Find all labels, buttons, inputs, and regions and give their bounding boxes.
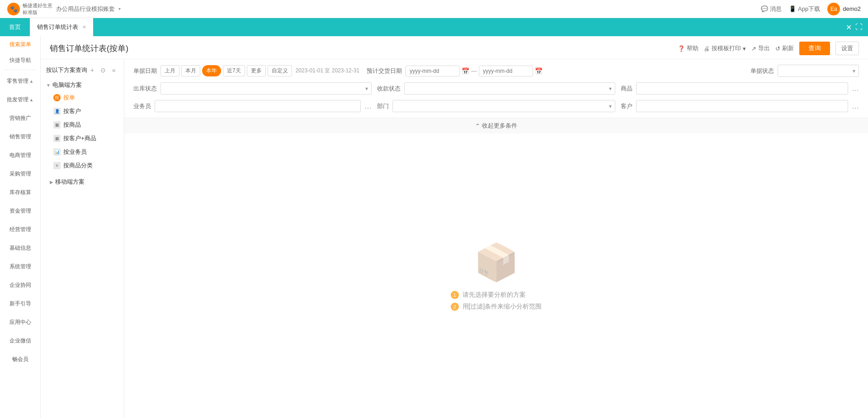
doc-status-label: 单据状态 [750,67,774,75]
product-input[interactable] [636,82,848,95]
sidebar-item-member[interactable]: 畅会员 [0,350,40,369]
curr-month-btn[interactable]: 本月 [181,65,200,76]
refresh-button[interactable]: ↺ 刷新 [775,44,794,52]
scheme-item-by-salesperson[interactable]: 📊 按业务员 [41,145,124,159]
top-bar: 🐾 畅捷通好生意 标准版 办公用品行业模拟账套 ▾ 💬 消息 📱 App下载 E… [0,0,868,18]
scheme-item-by-product[interactable]: ▦ 按商品 [41,118,124,132]
sidebar-item-wholesale[interactable]: 批发管理 ▲ [0,90,40,109]
filter-salesperson: 业务员 … [133,100,372,112]
tab-active[interactable]: 销售订单统计表 × [30,18,93,36]
print-dropdown-icon[interactable]: ▾ [743,45,746,52]
filter-expected-date: 预计交货日期 📅 — 📅 [367,66,542,76]
sidebar-item-sales[interactable]: 销售管理 [0,128,40,146]
scheme-group-arrow-icon: ▼ [46,83,51,88]
payment-status-label: 收款状态 [377,85,401,93]
panel-actions: + ⊙ « [88,66,118,75]
help-button[interactable]: ❓ 帮助 [678,44,698,52]
tab-home[interactable]: 首页 [0,18,30,36]
doc-status-select[interactable] [778,65,859,77]
sidebar-item-wechat[interactable]: 企业微信 [0,332,40,350]
collapse-panel-button[interactable]: « [109,66,118,75]
scheme-item-by-customer-product[interactable]: ▦ 按客户+商品 [41,132,124,145]
scheme-icon-by-customer: 👤 [53,108,61,115]
settings-button[interactable]: 设置 [835,42,859,55]
tab-close-icon[interactable]: × [83,24,86,30]
scheme-settings-button[interactable]: ⊙ [99,66,108,75]
page-title: 销售订单统计表(按单) [50,43,128,54]
product-more-icon[interactable]: … [852,85,859,93]
empty-state: 📦 1 请先选择要分析的方案 2 用[过滤]条件来缩小分析范围 [124,133,868,418]
sidebar-item-retail[interactable]: 零售管理 ▲ [0,72,40,90]
sidebar-item-finance[interactable]: 资金管理 [0,202,40,220]
message-button[interactable]: 💬 消息 [761,5,782,13]
expected-date-input-wrap: 📅 — 📅 [406,66,542,76]
payment-status-wrap [404,82,615,95]
filter-ship-status: 出库状态 [133,82,372,95]
scheme-item-by-customer[interactable]: 👤 按客户 [41,104,124,118]
sidebar-item-operation[interactable]: 经营管理 [0,220,40,239]
sidebar-item-marketing[interactable]: 营销推广 [0,109,40,128]
customer-input[interactable] [636,100,848,112]
prev-month-btn[interactable]: 上月 [160,65,179,76]
message-icon: 💬 [761,5,768,12]
collapse-button[interactable]: ⌃ 收起更多条件 [475,122,517,130]
sidebar-item-basic[interactable]: 基础信息 [0,239,40,257]
sidebar-divider [4,70,37,70]
sidebar-search[interactable]: 搜索菜单 [0,36,40,53]
sidebar-item-purchase[interactable]: 采购管理 [0,165,40,183]
app-download-button[interactable]: 📱 App下载 [789,5,820,13]
pc-scheme-group-header[interactable]: ▼ 电脑端方案 [41,79,124,91]
ship-status-wrap [160,82,372,95]
sidebar-item-ecommerce[interactable]: 电商管理 [0,146,40,165]
sidebar-item-appcenter[interactable]: 应用中心 [0,313,40,332]
add-scheme-button[interactable]: + [88,66,97,75]
filter-customer: 客户 … [621,100,859,112]
salesperson-more-icon[interactable]: … [364,102,372,110]
payment-status-select[interactable] [404,82,615,95]
sidebar-item-inventory[interactable]: 库存核算 [0,183,40,202]
customer-more-icon[interactable]: … [852,102,859,110]
scheme-icon-by-order: 按 [53,94,61,101]
sidebar-item-enterprise[interactable]: 企业协同 [0,276,40,294]
empty-tip-2: 2 用[过滤]条件来缩小分析范围 [451,303,542,311]
7days-btn[interactable]: 近7天 [223,65,245,76]
scheme-icon-by-salesperson: 📊 [53,148,61,156]
tab-close-button[interactable]: ✕ [846,23,852,32]
expected-date-start[interactable] [406,66,460,76]
sidebar-item-system[interactable]: 系统管理 [0,257,40,276]
department-select[interactable] [392,100,615,112]
sidebar-nav[interactable]: 快捷导航 [0,53,40,68]
ship-status-select[interactable] [160,82,372,95]
collapse-bar[interactable]: ⌃ 收起更多条件 [124,118,868,133]
retail-arrow-icon: ▲ [29,79,34,84]
mobile-scheme-group-header[interactable]: ▶ 移动端方案 [41,176,124,188]
scheme-item-by-order[interactable]: 按 按单 [41,91,124,104]
export-button[interactable]: ↗ 导出 [751,44,770,52]
main-layout: 搜索菜单 快捷导航 零售管理 ▲ 批发管理 ▲ 营销推广 销售管理 电商管理 采… [0,36,868,418]
calendar-icon-end[interactable]: 📅 [535,67,542,75]
scheme-item-by-category[interactable]: ≡ 按商品分类 [41,159,124,172]
pc-scheme-group: ▼ 电脑端方案 按 按单 👤 按客户 ▦ 按商品 [41,77,124,174]
print-button[interactable]: 🖨 按模板打印 ▾ [704,44,746,52]
date-separator: — [471,67,477,74]
wholesale-arrow-icon: ▲ [29,97,34,102]
salesperson-input[interactable] [155,100,361,112]
user-profile[interactable]: Ea demo2 [827,3,861,15]
filter-row-1: 单据日期 上月 本月 本年 近7天 更多 自定义 2023-01-01 至 20… [133,65,859,77]
app-dropdown-icon[interactable]: ▾ [118,6,121,11]
expected-date-end[interactable] [479,66,533,76]
date-label: 单据日期 [133,67,157,75]
tab-bar-actions: ✕ ⛶ [846,23,868,32]
query-button[interactable]: 查询 [799,42,830,55]
export-icon: ↗ [751,45,756,52]
department-wrap [392,100,615,112]
empty-tip-1: 1 请先选择要分析的方案 [451,291,542,299]
this-year-btn[interactable]: 本年 [202,65,221,76]
custom-date-btn[interactable]: 自定义 [268,65,292,76]
more-date-btn[interactable]: 更多 [247,65,266,76]
sidebar-item-newbie[interactable]: 新手引导 [0,294,40,313]
help-icon: ❓ [678,45,685,52]
tip-num-2: 2 [451,303,459,311]
calendar-icon-start[interactable]: 📅 [462,67,469,75]
tab-fullscreen-button[interactable]: ⛶ [855,23,863,31]
